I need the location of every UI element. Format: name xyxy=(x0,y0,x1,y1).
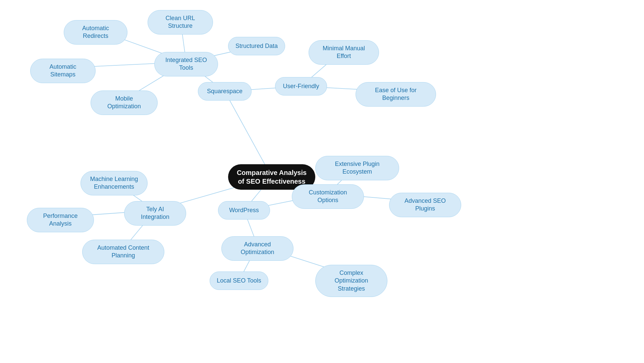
node-automatic_sitemaps: Automatic Sitemaps xyxy=(30,59,96,83)
node-tely_ai: Tely AI Integration xyxy=(124,201,186,226)
node-advanced_seo_plugins: Advanced SEO Plugins xyxy=(389,193,461,217)
node-complex_optimization: Complex Optimization Strategies xyxy=(315,265,387,297)
node-automatic_redirects: Automatic Redirects xyxy=(64,20,127,45)
node-clean_url: Clean URL Structure xyxy=(148,10,213,35)
node-performance_analysis: Performance Analysis xyxy=(27,208,94,232)
node-user_friendly: User-Friendly xyxy=(275,77,327,96)
node-wordpress: WordPress xyxy=(218,201,270,220)
node-automated_content: Automated Content Planning xyxy=(82,240,164,264)
node-extensive_plugin: Extensive Plugin Ecosystem xyxy=(315,156,399,180)
node-advanced_optimization: Advanced Optimization xyxy=(221,236,293,261)
node-integrated_seo: Integrated SEO Tools xyxy=(154,52,218,76)
node-machine_learning: Machine Learning Enhancements xyxy=(80,171,148,195)
node-ease_of_use: Ease of Use for Beginners xyxy=(356,82,436,107)
node-customization: Customization Options xyxy=(292,184,364,209)
node-mobile_optimization: Mobile Optimization xyxy=(91,90,158,115)
node-minimal_manual: Minimal Manual Effort xyxy=(309,40,379,65)
node-structured_data: Structured Data xyxy=(228,37,285,55)
node-local_seo: Local SEO Tools xyxy=(210,271,268,290)
node-squarespace: Squarespace xyxy=(198,82,252,101)
